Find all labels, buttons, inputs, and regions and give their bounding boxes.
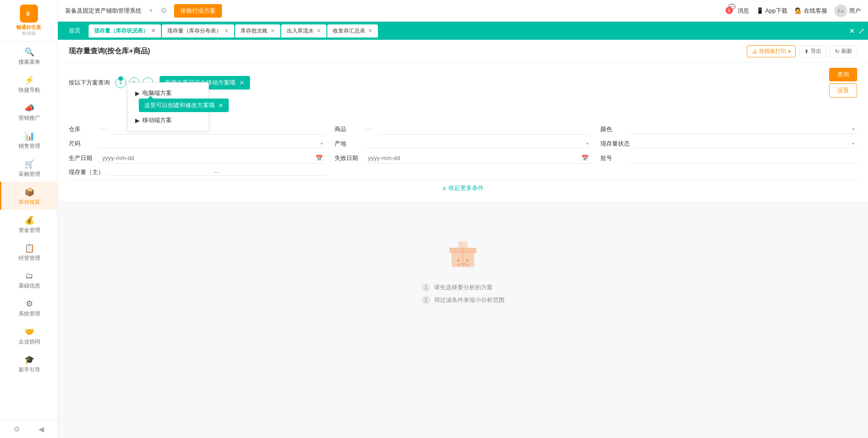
sidebar-item-operation[interactable]: 📋 经营管理 xyxy=(0,238,57,266)
stock-min-input[interactable] xyxy=(108,169,210,175)
refresh-btn[interactable]: ↻ 刷新 xyxy=(830,45,857,57)
tab-label: 库存批次账 xyxy=(241,27,268,35)
prod-date-calendar-icon[interactable]: 📅 xyxy=(316,155,323,161)
tab-batch[interactable]: 库存批次账 ✕ xyxy=(235,24,280,38)
tab-close-icon[interactable]: ✕ xyxy=(368,28,373,34)
color-select[interactable]: ▾ xyxy=(631,125,857,134)
sidebar-item-label: 新手引导 xyxy=(19,366,40,374)
close-all-tabs-btn[interactable]: ✕ xyxy=(849,27,855,35)
export-label: 导出 xyxy=(811,47,821,55)
tab-label: 现存量（库存状况表） xyxy=(94,27,148,35)
online-support-item[interactable]: 💁 在线客服 xyxy=(795,7,827,15)
prod-date-input[interactable]: 📅 xyxy=(99,153,326,164)
create-tooltip-text: 这里可以创建和修改方案哦 xyxy=(144,101,215,109)
tab-close-icon[interactable]: ✕ xyxy=(151,28,156,34)
step-2-text: 用过滤条件来缩小分析范围 xyxy=(434,296,505,304)
filter-field-prod-date: 生产日期 📅 xyxy=(69,153,326,164)
sidebar-item-label: 快捷导航 xyxy=(19,86,40,94)
support-icon: 💁 xyxy=(795,7,802,14)
content-area: 现存量查询(按仓库+商品) 🖨 按模板打印 ▾ ⬆ 导出 ↻ 刷新 xyxy=(58,40,868,438)
tab-inventory-status[interactable]: 现存量（库存状况表） ✕ xyxy=(89,24,161,38)
scheme-tree-desktop[interactable]: ▶ 电脑端方案 xyxy=(128,86,208,100)
expand-btn[interactable]: ⤢ xyxy=(859,27,864,35)
tab-close-icon[interactable]: ✕ xyxy=(224,28,229,34)
tab-collect[interactable]: 收发存汇总表 ✕ xyxy=(327,24,378,38)
topbar-right: 💬 6 消息 📱 App下载 💁 在线客服 Ea 用户 xyxy=(728,4,861,18)
batch-input[interactable] xyxy=(631,153,857,164)
sidebar-item-base[interactable]: 🗂 基础信息 xyxy=(0,266,57,293)
tab-close-icon[interactable]: ✕ xyxy=(316,28,321,34)
page-actions: 🖨 按模板打印 ▾ ⬆ 导出 ↻ 刷新 xyxy=(747,45,857,62)
color-label: 颜色 xyxy=(600,125,627,133)
stock-status-select[interactable]: ▾ xyxy=(633,139,857,148)
print-label: 按模板打印 xyxy=(759,47,786,55)
empty-illustration xyxy=(445,238,481,274)
tab-label: 出入库流水 xyxy=(287,27,314,35)
setting-button[interactable]: 设置 xyxy=(829,83,857,98)
export-icon: ⬆ xyxy=(804,48,809,55)
export-btn[interactable]: ⬆ 导出 xyxy=(799,45,826,57)
sidebar-item-label: 库存核算 xyxy=(19,198,40,206)
tab-home[interactable]: 首页 xyxy=(61,24,88,38)
sidebar-item-purchase[interactable]: 🛒 采购管理 xyxy=(0,154,57,182)
tab-inventory-dist[interactable]: 现存量（库存分布表） ✕ xyxy=(162,24,234,38)
svg-point-6 xyxy=(466,259,469,262)
app-logo-icon: 6 xyxy=(20,5,38,23)
sidebar-item-marketing[interactable]: 📣 营销推广 xyxy=(0,98,57,126)
sidebar-item-search[interactable]: 🔍 搜索菜单 xyxy=(0,42,57,70)
tab-inout[interactable]: 出入库流水 ✕ xyxy=(281,24,326,38)
sidebar-item-guide[interactable]: 🎓 新手引导 xyxy=(0,349,57,377)
sidebar-item-label: 基础信息 xyxy=(19,282,40,290)
step-num-2: 2 xyxy=(421,296,430,305)
tabbar: 首页 现存量（库存状况表） ✕ 现存量（库存分布表） ✕ 库存批次账 ✕ 出入库… xyxy=(58,22,868,40)
warehouse-dots[interactable]: ··· xyxy=(99,125,108,133)
scheme-tooltip-close-btn[interactable]: ✕ xyxy=(239,79,245,86)
sidebar: 6 畅通好生意 标准版 🔍 搜索菜单 ⚡ 快捷导航 📣 营销推广 📊 销售管理 … xyxy=(0,0,58,438)
expand-arrow-icon: ▶ xyxy=(135,90,140,97)
user-item[interactable]: Ea 用户 xyxy=(835,5,861,17)
size-select[interactable]: ▾ xyxy=(99,139,326,148)
topbar-gear-icon[interactable]: ⚙ xyxy=(160,6,167,15)
origin-select[interactable]: ▾ xyxy=(365,139,591,148)
system-selector[interactable]: ▼ xyxy=(149,8,153,13)
product-input-area[interactable] xyxy=(377,124,591,135)
stock-max-input[interactable] xyxy=(223,169,326,175)
settings-bottom-btn[interactable]: ⚙ xyxy=(14,425,20,433)
scheme-tree-mobile[interactable]: ▶ 移动端方案 xyxy=(128,113,208,127)
sidebar-item-inventory[interactable]: 📦 库存核算 xyxy=(0,182,57,210)
sidebar-item-sales[interactable]: 📊 销售管理 xyxy=(0,126,57,154)
create-tooltip-close-btn[interactable]: ✕ xyxy=(218,102,223,109)
sidebar-item-label: 资金管理 xyxy=(19,226,40,234)
username-label: 用户 xyxy=(849,7,861,15)
exp-date-calendar-icon[interactable]: 📅 xyxy=(581,155,589,161)
filter-grid-row4: 现存量（主） — xyxy=(69,168,857,176)
prod-date-text-input[interactable] xyxy=(102,155,316,161)
sidebar-item-system[interactable]: ⚙ 系统管理 xyxy=(0,293,57,321)
sidebar-item-quick[interactable]: ⚡ 快捷导航 xyxy=(0,70,57,98)
collapse-sidebar-btn[interactable]: ◀ xyxy=(38,425,44,433)
guide-icon: 🎓 xyxy=(24,355,34,365)
experience-btn[interactable]: 体验行业方案 xyxy=(174,4,222,18)
notification-label: 消息 xyxy=(737,7,749,15)
print-btn[interactable]: 🖨 按模板打印 ▾ xyxy=(747,45,796,57)
notification-item[interactable]: 💬 6 消息 xyxy=(728,4,749,18)
sidebar-item-label: 搜索菜单 xyxy=(19,58,40,66)
step-1-text: 请先选择要分析的方案 xyxy=(434,283,493,292)
query-button[interactable]: 查询 xyxy=(829,68,857,81)
tab-label: 收发存汇总表 xyxy=(333,27,365,35)
sidebar-item-finance[interactable]: 💰 资金管理 xyxy=(0,210,57,238)
scheme-create-tooltip: 这里可以创建和修改方案哦 ✕ xyxy=(139,99,229,112)
query-btns: 查询 设置 xyxy=(829,68,857,98)
exp-date-input[interactable]: 📅 xyxy=(365,153,591,164)
sidebar-item-label: 系统管理 xyxy=(19,310,40,318)
operation-icon: 📋 xyxy=(24,243,34,253)
collapse-bar[interactable]: ∧ 收起更多条件 xyxy=(69,180,857,196)
product-dots[interactable]: ··· xyxy=(365,125,374,133)
expand-arrow-icon: ▶ xyxy=(135,117,140,124)
sidebar-item-enterprise[interactable]: 🤝 企业协同 xyxy=(0,321,57,349)
app-download-item[interactable]: 📱 App下载 xyxy=(756,7,788,15)
scheme-dot-indicator xyxy=(118,76,123,81)
filter-grid-row2: 尺码 ▾ 产地 ▾ 现存量状态 xyxy=(69,139,857,148)
tab-close-icon[interactable]: ✕ xyxy=(270,28,275,34)
exp-date-text-input[interactable] xyxy=(368,155,581,161)
